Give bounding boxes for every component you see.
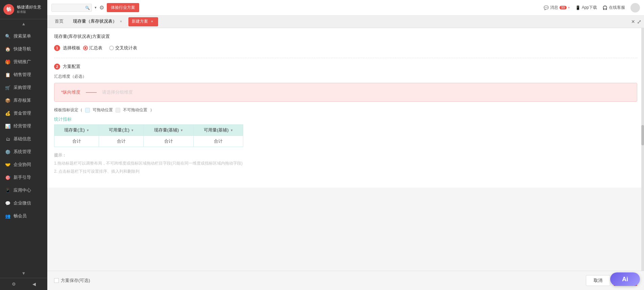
- step2-section: 2 方案配置 汇总维度（必选） *纵向维度 —— 请选择分组维度 模板指标设定（…: [54, 64, 637, 175]
- tab-inventory-label: 现存量（库存状况表）: [73, 18, 117, 24]
- sidebar-item-basic-info[interactable]: 🗂 基础信息: [0, 132, 47, 145]
- cell-1-2: 合计: [99, 136, 144, 147]
- app-download-badge[interactable]: 📱 App下载: [575, 5, 597, 10]
- save-option[interactable]: 方案保存(可选): [54, 277, 90, 284]
- bottom-bar: 方案保存(可选) 取消 查询: [47, 271, 644, 290]
- scrollbar[interactable]: [641, 28, 644, 271]
- sidebar-item-label: 快捷导航: [14, 46, 31, 52]
- template-config-text: 模板指标设定（: [54, 107, 82, 113]
- step2-num: 2: [54, 64, 60, 70]
- tab-inventory-status[interactable]: 现存量（库存状况表） ×: [68, 16, 128, 28]
- sidebar-item-new-guide[interactable]: 🎯 新手引导: [0, 171, 47, 184]
- cell-1-4: 合计: [193, 136, 243, 147]
- col3-dropdown-icon[interactable]: ▾: [181, 128, 183, 132]
- message-icon: 💬: [544, 5, 549, 10]
- cancel-button[interactable]: 取消: [586, 275, 610, 286]
- tab-new-plan-close[interactable]: ×: [149, 19, 155, 24]
- sidebar-item-member[interactable]: 👥 畅会员: [0, 210, 47, 222]
- stats-section-label: 统计指标: [54, 116, 637, 122]
- step1-header: 1 选择模板 汇总表 交叉统计表: [54, 45, 637, 51]
- sidebar-item-label: 系统管理: [14, 149, 31, 155]
- sidebar-item-enterprise[interactable]: 🤝 企业协同: [0, 158, 47, 171]
- tab-new-plan[interactable]: 新建方案 ×: [128, 17, 158, 26]
- sidebar-item-purchase[interactable]: 🛒 采购管理: [0, 81, 47, 94]
- tips-section: 提示： 1.拖动标题栏可以调整布局，不可跨维度或指标区域拖动栏目字段(只能在同一…: [54, 151, 637, 175]
- sidebar-item-quick-nav[interactable]: 🏠 快捷导航: [0, 43, 47, 55]
- step1-section: 1 选择模板 汇总表 交叉统计表: [54, 45, 637, 51]
- sidebar-item-wechat[interactable]: 💬 企业微信: [0, 197, 47, 210]
- topbar-right: 💬 消息 99 + 📱 App下载 🎧 在线客服: [544, 3, 640, 13]
- panel-expand-btn[interactable]: ⤢: [637, 19, 641, 25]
- topbar-gear-btn[interactable]: ⚙: [99, 4, 104, 11]
- user-avatar[interactable]: [630, 3, 640, 13]
- ai-bubble[interactable]: Ai: [610, 272, 640, 286]
- sales-icon: 📋: [5, 72, 11, 78]
- sidebar-item-label: 销售管理: [14, 72, 31, 78]
- sidebar-item-marketing[interactable]: 🎁 营销推广: [0, 55, 47, 68]
- cell-1-1: 合计: [54, 136, 99, 147]
- topbar-dropdown-btn[interactable]: ▾: [95, 5, 97, 10]
- dim-placeholder: 请选择分组维度: [102, 89, 133, 95]
- main-area: ▾ ⚙ 体验行业方案 💬 消息 99 + 📱 App下载 🎧 在线客服: [47, 0, 644, 290]
- tip-line-1: 1.拖动标题栏可以调整布局，不可跨维度或指标区域拖动栏目字段(只能在同一维度或指…: [54, 159, 637, 167]
- sidebar-item-label: 经营管理: [14, 123, 31, 129]
- col1-dropdown-icon[interactable]: ▾: [87, 128, 89, 132]
- system-icon: ⚙️: [5, 149, 11, 155]
- tabs-bar: 首页 现存量（库存状况表） × 新建方案 × × ⤢: [47, 16, 644, 28]
- sidebar-item-search-menu[interactable]: 🔍 搜索菜单: [0, 30, 47, 43]
- trial-btn[interactable]: 体验行业方案: [107, 3, 139, 12]
- sidebar-scroll-up[interactable]: ▲: [0, 19, 47, 28]
- search-wrap: [51, 4, 92, 12]
- save-checkbox[interactable]: [54, 278, 59, 283]
- online-service-badge[interactable]: 🎧 在线客服: [602, 5, 625, 10]
- tab-home[interactable]: 首页: [50, 16, 68, 28]
- service-icon: 🎧: [602, 5, 608, 10]
- tab-inventory-close[interactable]: ×: [118, 19, 124, 24]
- wechat-icon: 💬: [5, 200, 11, 206]
- topbar-left: ▾ ⚙ 体验行业方案: [51, 3, 139, 12]
- sidebar-item-label: 基础信息: [14, 136, 31, 142]
- template-config-close: ）: [150, 107, 154, 113]
- radio-summary[interactable]: 汇总表: [83, 45, 102, 51]
- sidebar-scroll-down[interactable]: ▼: [0, 269, 47, 278]
- sidebar-nav: 🔍 搜索菜单 🏠 快捷导航 🎁 营销推广 📋 销售管理 🛒 采购管理 📦 库存核…: [0, 28, 47, 269]
- sidebar-item-finance[interactable]: 💰 资金管理: [0, 107, 47, 120]
- sidebar-item-label: 库存核算: [14, 97, 31, 103]
- operations-icon: 📊: [5, 123, 11, 129]
- sidebar-item-inventory[interactable]: 📦 库存核算: [0, 94, 47, 107]
- collapse-footer-btn[interactable]: ◀: [32, 282, 36, 287]
- logo-icon: 畅: [3, 4, 14, 15]
- settings-footer-btn[interactable]: ⚙: [12, 282, 16, 287]
- message-count: 99: [560, 6, 567, 9]
- draggable-badge: [85, 108, 90, 113]
- scrollbar-thumb[interactable]: [641, 125, 644, 145]
- sidebar-item-label: 企业协同: [14, 162, 31, 168]
- cell-1-3: 合计: [144, 136, 193, 147]
- search-menu-icon: 🔍: [5, 33, 11, 39]
- step2-label: 方案配置: [63, 64, 80, 70]
- sidebar-item-system[interactable]: ⚙️ 系统管理: [0, 145, 47, 158]
- sidebar-item-operations[interactable]: 📊 经营管理: [0, 120, 47, 132]
- new-guide-icon: 🎯: [5, 174, 11, 180]
- message-badge[interactable]: 💬 消息 99 +: [544, 5, 570, 10]
- col4-dropdown-icon[interactable]: ▾: [231, 128, 233, 132]
- sidebar-item-sales[interactable]: 📋 销售管理: [0, 68, 47, 81]
- panel-close-btn[interactable]: ×: [631, 18, 635, 25]
- online-service-label: 在线客服: [609, 5, 625, 10]
- message-plus: +: [568, 6, 570, 9]
- col2-dropdown-icon[interactable]: ▾: [131, 128, 133, 132]
- vertical-dim-label: *纵向维度: [61, 89, 80, 95]
- col-header-1[interactable]: 现存量(主) ▾: [54, 125, 99, 136]
- col-header-3[interactable]: 现存量(基辅) ▾: [144, 125, 193, 136]
- sidebar-item-label: 应用中心: [14, 187, 31, 193]
- finance-icon: 💰: [5, 110, 11, 116]
- search-input[interactable]: [51, 4, 92, 12]
- dim-box[interactable]: *纵向维度 —— 请选择分组维度: [54, 83, 637, 102]
- radio-cross[interactable]: 交叉统计表: [109, 45, 137, 51]
- radio-summary-label: 汇总表: [89, 45, 102, 51]
- sidebar-item-app-center[interactable]: 📱 应用中心: [0, 184, 47, 197]
- col-header-4[interactable]: 可用量(基辅) ▾: [193, 125, 243, 136]
- col-header-2[interactable]: 可用量(主) ▾: [99, 125, 144, 136]
- template-config: 模板指标设定（ 可拖动位置 不可拖动位置 ） 统计指标: [54, 107, 637, 147]
- radio-summary-circle: [83, 46, 88, 50]
